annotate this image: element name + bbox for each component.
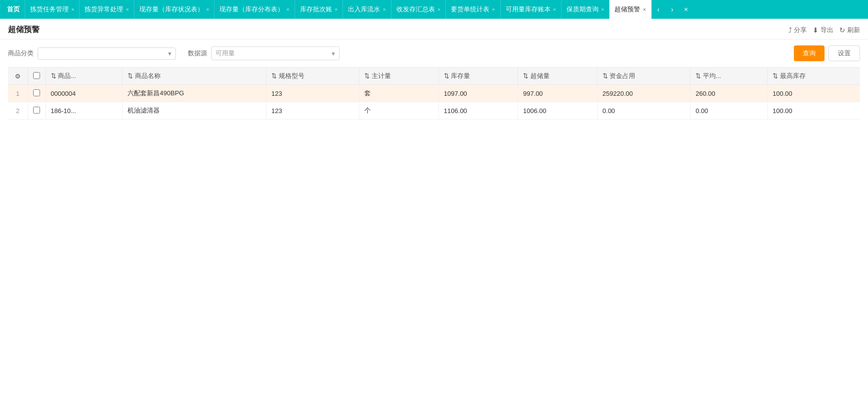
sort-icon-code[interactable]: ⇅ bbox=[51, 72, 56, 79]
row-2-spec: 123 bbox=[266, 102, 359, 119]
sort-icon-unit[interactable]: ⇅ bbox=[364, 72, 370, 79]
filter-buttons: 查询 设置 bbox=[794, 45, 860, 61]
nav-tab-inout[interactable]: 出入库流水 × bbox=[343, 0, 391, 19]
row-2-product-name: 机油滤清器 bbox=[123, 102, 266, 119]
row-2-unit: 个 bbox=[359, 102, 438, 119]
datasource-filter: 数据源 可用量 ▾ bbox=[188, 46, 340, 60]
data-table: ⚙ ⇅ 商品... ⇅ 商品名称 ⇅ 规格型号 bbox=[8, 67, 860, 119]
close-task-tab[interactable]: × bbox=[71, 6, 74, 12]
export-button[interactable]: ⬇ 导出 bbox=[813, 26, 833, 35]
row-2-product-code: 186-10... bbox=[45, 102, 123, 119]
nav-tab-collect[interactable]: 收发存汇总表 × bbox=[391, 0, 446, 19]
product-code-col-header: ⇅ 商品... bbox=[45, 68, 123, 85]
table-row: 2 186-10... 机油滤清器 123 个 1106.00 1006.00 … bbox=[8, 102, 860, 119]
category-chevron-icon: ▾ bbox=[168, 50, 172, 57]
row-2-avg: 0.00 bbox=[691, 102, 768, 119]
gear-icon[interactable]: ⚙ bbox=[15, 73, 21, 80]
row-num-2: 2 bbox=[8, 102, 28, 119]
row-2-capital: 0.00 bbox=[597, 102, 690, 119]
product-name-col-header: ⇅ 商品名称 bbox=[123, 68, 266, 85]
sort-icon-stock[interactable]: ⇅ bbox=[444, 72, 449, 79]
page-title: 超储预警 bbox=[8, 25, 40, 35]
row-2-checkbox[interactable] bbox=[33, 107, 40, 114]
datasource-chevron-icon: ▾ bbox=[332, 50, 335, 57]
nav-tab-stock-status[interactable]: 现存量（库存状况表） × bbox=[134, 0, 215, 19]
row-1-spec: 123 bbox=[266, 85, 359, 102]
overstock-col-header: ⇅ 超储量 bbox=[518, 68, 597, 85]
close-available-tab[interactable]: × bbox=[553, 6, 556, 12]
avg-col-header: ⇅ 平均... bbox=[691, 68, 768, 85]
stock-col-header: ⇅ 库存量 bbox=[438, 68, 518, 85]
table-container: ⚙ ⇅ 商品... ⇅ 商品名称 ⇅ 规格型号 bbox=[0, 67, 868, 119]
nav-tab-overstock[interactable]: 超储预警 × bbox=[609, 0, 651, 19]
header-actions: ⤴ 分享 ⬇ 导出 ↻ 刷新 bbox=[788, 26, 860, 35]
close-batch-tab[interactable]: × bbox=[335, 6, 338, 12]
settings-col-header[interactable]: ⚙ bbox=[8, 68, 28, 85]
sort-icon-avg[interactable]: ⇅ bbox=[695, 72, 701, 79]
spec-col-header: ⇅ 规格型号 bbox=[266, 68, 359, 85]
row-1-stock: 1097.00 bbox=[438, 85, 518, 102]
share-icon: ⤴ bbox=[788, 26, 792, 34]
datasource-select-value: 可用量 bbox=[216, 49, 235, 58]
close-exception-tab[interactable]: × bbox=[126, 6, 129, 12]
close-stock-dist-tab[interactable]: × bbox=[286, 6, 289, 12]
row-1-capital: 259220.00 bbox=[597, 85, 690, 102]
row-1-checkbox[interactable] bbox=[33, 89, 40, 96]
refresh-button[interactable]: ↻ 刷新 bbox=[839, 26, 860, 35]
close-collect-tab[interactable]: × bbox=[437, 6, 440, 12]
row-1-unit: 套 bbox=[359, 85, 438, 102]
nav-tab-quality[interactable]: 保质期查询 × bbox=[562, 0, 609, 19]
share-button[interactable]: ⤴ 分享 bbox=[788, 26, 807, 35]
settings-button[interactable]: 设置 bbox=[828, 45, 860, 61]
datasource-select[interactable]: 可用量 ▾ bbox=[211, 46, 340, 60]
query-button[interactable]: 查询 bbox=[794, 45, 825, 61]
row-2-max-stock: 100.00 bbox=[768, 102, 860, 119]
filter-area: 商品分类 ▾ 数据源 可用量 ▾ 查询 设置 bbox=[0, 40, 868, 67]
row-1-checkbox-cell bbox=[28, 85, 45, 102]
sort-icon-max[interactable]: ⇅ bbox=[773, 72, 778, 79]
row-1-overstock: 997.00 bbox=[518, 85, 597, 102]
select-all-checkbox[interactable] bbox=[33, 72, 40, 79]
nav-tab-home[interactable]: 首页 bbox=[2, 0, 25, 19]
row-2-stock: 1106.00 bbox=[438, 102, 518, 119]
page-content: 超储预警 ⤴ 分享 ⬇ 导出 ↻ 刷新 商品分类 ▾ 数据源 bbox=[0, 19, 868, 395]
category-label: 商品分类 bbox=[8, 49, 34, 58]
refresh-icon: ↻ bbox=[839, 26, 845, 34]
page-header: 超储预警 ⤴ 分享 ⬇ 导出 ↻ 刷新 bbox=[0, 19, 868, 40]
close-quality-tab[interactable]: × bbox=[601, 6, 604, 12]
nav-tab-stock-dist[interactable]: 现存量（库存分布表） × bbox=[215, 0, 295, 19]
export-icon: ⬇ bbox=[813, 26, 819, 34]
row-num-1: 1 bbox=[8, 85, 28, 102]
close-overstock-tab[interactable]: × bbox=[643, 6, 646, 12]
top-nav: 首页 拣货任务管理 × 拣货异常处理 × 现存量（库存状况表） × 现存量（库存… bbox=[0, 0, 868, 19]
sort-icon-name[interactable]: ⇅ bbox=[128, 72, 133, 79]
category-filter: 商品分类 ▾ bbox=[8, 47, 176, 60]
nav-tab-batch[interactable]: 库存批次账 × bbox=[295, 0, 343, 19]
nav-arrow-expand[interactable]: × bbox=[679, 0, 693, 19]
row-1-max-stock: 100.00 bbox=[768, 85, 860, 102]
checkbox-col-header bbox=[28, 68, 45, 85]
category-select[interactable]: ▾ bbox=[38, 47, 176, 60]
row-2-checkbox-cell bbox=[28, 102, 45, 119]
capital-col-header: ⇅ 资金占用 bbox=[597, 68, 690, 85]
datasource-label: 数据源 bbox=[188, 49, 207, 58]
nav-tab-exception[interactable]: 拣货异常处理 × bbox=[80, 0, 134, 19]
table-header-row: ⚙ ⇅ 商品... ⇅ 商品名称 ⇅ 规格型号 bbox=[8, 68, 860, 85]
max-stock-col-header: ⇅ 最高库存 bbox=[768, 68, 860, 85]
close-order-stat-tab[interactable]: × bbox=[492, 6, 495, 12]
row-1-avg: 260.00 bbox=[691, 85, 768, 102]
nav-tab-available[interactable]: 可用量库存账本 × bbox=[501, 0, 562, 19]
row-1-product-code: 0000004 bbox=[45, 85, 123, 102]
close-stock-status-tab[interactable]: × bbox=[206, 6, 209, 12]
sort-icon-overstock[interactable]: ⇅ bbox=[523, 72, 528, 79]
nav-tab-task[interactable]: 拣货任务管理 × bbox=[25, 0, 80, 19]
unit-col-header: ⇅ 主计量 bbox=[359, 68, 438, 85]
row-2-overstock: 1006.00 bbox=[518, 102, 597, 119]
sort-icon-spec[interactable]: ⇅ bbox=[271, 72, 277, 79]
nav-arrow-right[interactable]: › bbox=[665, 0, 679, 19]
sort-icon-capital[interactable]: ⇅ bbox=[603, 72, 608, 79]
close-inout-tab[interactable]: × bbox=[383, 6, 386, 12]
nav-arrow-left[interactable]: ‹ bbox=[651, 0, 665, 19]
nav-tab-order-stat[interactable]: 要货单统计表 × bbox=[446, 0, 500, 19]
row-1-product-name: 六配套新昌490BPG bbox=[123, 85, 266, 102]
